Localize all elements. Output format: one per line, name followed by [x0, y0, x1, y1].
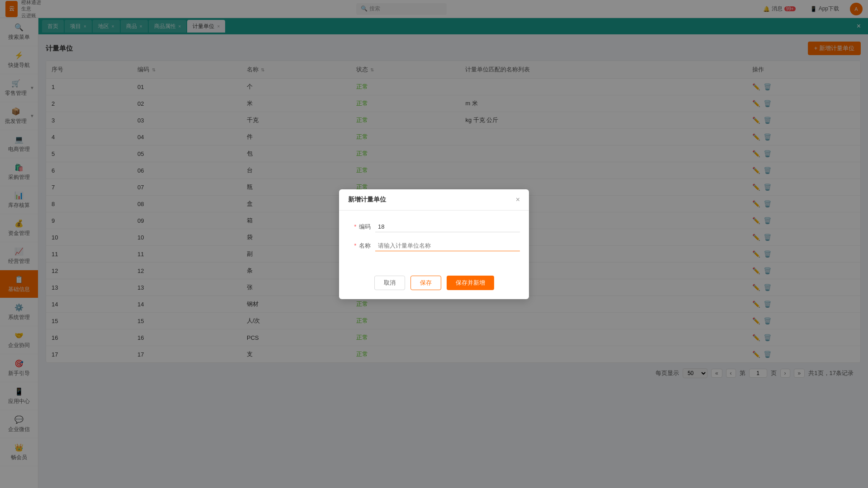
- code-label: * 编码: [348, 223, 375, 231]
- code-input[interactable]: [375, 221, 520, 232]
- name-field-row: * 名称: [348, 240, 520, 251]
- required-star-name: *: [354, 242, 356, 249]
- add-unit-modal: 新增计量单位 × * 编码 * 名称 取消 保存 保存并新增: [339, 189, 529, 299]
- save-button[interactable]: 保存: [410, 276, 441, 290]
- modal-title: 新增计量单位: [348, 196, 386, 204]
- code-field-row: * 编码: [348, 221, 520, 232]
- modal-close-btn[interactable]: ×: [516, 196, 520, 204]
- cancel-button[interactable]: 取消: [374, 276, 405, 290]
- required-star-code: *: [354, 223, 356, 230]
- save-and-new-button[interactable]: 保存并新增: [447, 276, 494, 290]
- modal-footer: 取消 保存 保存并新增: [339, 270, 529, 299]
- modal-header: 新增计量单位 ×: [339, 189, 529, 211]
- modal-overlay[interactable]: 新增计量单位 × * 编码 * 名称 取消 保存 保存并新增: [0, 0, 868, 488]
- name-input[interactable]: [375, 240, 520, 251]
- modal-body: * 编码 * 名称: [339, 211, 529, 270]
- name-label: * 名称: [348, 242, 375, 250]
